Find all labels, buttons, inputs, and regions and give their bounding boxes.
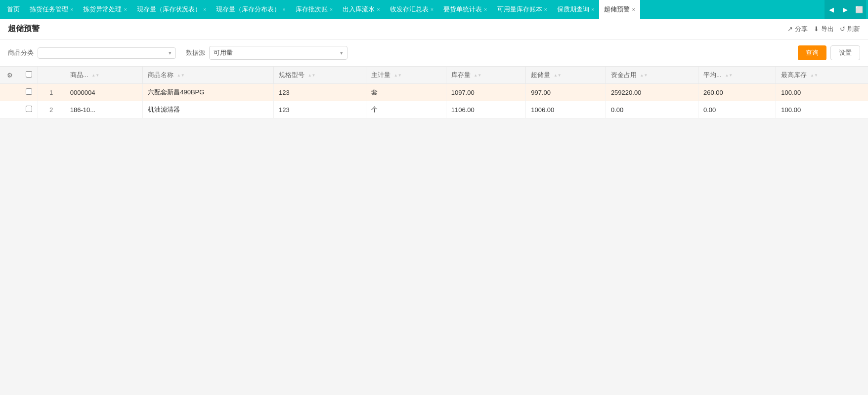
table-row: 1 0000004 六配套新昌490BPG 123 套 1097.00 997.… (0, 84, 868, 101)
nav-flow[interactable]: 出入库流水 × (338, 0, 385, 19)
row-expand (0, 101, 20, 118)
th-row-num (38, 67, 65, 84)
category-filter-group: 商品分类 ▾ (8, 47, 176, 59)
row-spec: 123 (274, 101, 366, 118)
data-table: ⚙ 商品... ▲▼ 商品名称 ▲▼ 规格型号 ▲▼ (0, 67, 868, 118)
row-spec: 123 (274, 84, 366, 101)
datasource-value: 可用量 (214, 48, 233, 57)
sort-icon: ▲▼ (394, 74, 402, 78)
row-checkbox[interactable] (26, 106, 32, 112)
nav-available[interactable]: 可用量库存账本 × (492, 0, 552, 19)
row-stock: 1106.00 (446, 101, 526, 118)
row-checkbox[interactable] (26, 88, 32, 95)
row-checkbox-cell (20, 84, 38, 101)
close-icon[interactable]: × (544, 6, 547, 12)
sort-icon: ▲▼ (554, 74, 562, 78)
row-stock: 1097.00 (446, 84, 526, 101)
filter-area: 商品分类 ▾ 数据源 可用量 ▾ 查询 设置 (0, 40, 868, 67)
row-capital: 259220.00 (606, 84, 698, 101)
chevron-down-icon: ▾ (169, 50, 172, 56)
export-button[interactable]: ⬇ 导出 (814, 25, 834, 34)
th-settings[interactable]: ⚙ (0, 67, 20, 84)
th-capital[interactable]: 资金占用 ▲▼ (606, 67, 698, 84)
table-container: ⚙ 商品... ▲▼ 商品名称 ▲▼ 规格型号 ▲▼ (0, 67, 868, 118)
nav-exception[interactable]: 拣货异常处理 × (78, 0, 131, 19)
row-maxstock: 100.00 (776, 84, 868, 101)
nav-home[interactable]: 首页 (2, 0, 25, 19)
sort-icon: ▲▼ (640, 74, 648, 78)
nav-inventory-status[interactable]: 现存量（库存状况表） × (132, 0, 211, 19)
nav-requisition[interactable]: 要货单统计表 × (438, 0, 492, 19)
close-icon[interactable]: × (632, 6, 635, 12)
datasource-label: 数据源 (186, 48, 205, 57)
nav-batch[interactable]: 库存批次账 × (291, 0, 338, 19)
row-overflow: 1006.00 (526, 101, 606, 118)
datasource-select[interactable]: 可用量 ▾ (209, 46, 347, 60)
row-unit: 个 (366, 101, 446, 118)
category-select[interactable]: ▾ (38, 47, 176, 59)
row-overflow: 997.00 (526, 84, 606, 101)
close-icon[interactable]: × (282, 6, 285, 12)
row-expand (0, 84, 20, 101)
settings-button[interactable]: 设置 (830, 45, 860, 60)
nav-summary[interactable]: 收发存汇总表 × (385, 0, 438, 19)
row-number: 2 (38, 101, 65, 118)
th-overflow[interactable]: 超储量 ▲▼ (526, 67, 606, 84)
nav-inventory-dist[interactable]: 现存量（库存分布表） × (211, 0, 290, 19)
top-navigation: 首页 拣货任务管理 × 拣货异常处理 × 现存量（库存状况表） × 现存量（库存… (0, 0, 868, 19)
nav-expiry[interactable]: 保质期查询 × (552, 0, 599, 19)
nav-arrow-left[interactable]: ◀ (825, 0, 838, 19)
row-name: 机油滤清器 (143, 101, 274, 118)
close-icon[interactable]: × (70, 6, 73, 12)
nav-arrow-expand[interactable]: ⬜ (852, 0, 866, 19)
page-header: 超储预警 ↗ 分享 ⬇ 导出 ↺ 刷新 (0, 19, 868, 40)
sort-icon: ▲▼ (725, 74, 733, 78)
th-checkbox (20, 67, 38, 84)
th-code[interactable]: 商品... ▲▼ (65, 67, 142, 84)
th-unit[interactable]: 主计量 ▲▼ (366, 67, 446, 84)
chevron-down-icon: ▾ (340, 50, 343, 56)
close-icon[interactable]: × (330, 6, 333, 12)
empty-content-area (0, 118, 868, 395)
filter-actions: 查询 设置 (798, 45, 860, 60)
sort-icon: ▲▼ (474, 74, 481, 78)
share-button[interactable]: ↗ 分享 (787, 25, 808, 34)
row-code: 0000004 (65, 84, 142, 101)
table-row: 2 186-10... 机油滤清器 123 个 1106.00 1006.00 … (0, 101, 868, 118)
row-unit: 套 (366, 84, 446, 101)
nav-task-mgmt[interactable]: 拣货任务管理 × (25, 0, 78, 19)
category-label: 商品分类 (8, 48, 34, 57)
row-name: 六配套新昌490BPG (143, 84, 274, 101)
close-icon[interactable]: × (484, 6, 487, 12)
row-checkbox-cell (20, 101, 38, 118)
close-icon[interactable]: × (591, 6, 594, 12)
th-name[interactable]: 商品名称 ▲▼ (143, 67, 274, 84)
th-avg[interactable]: 平均... ▲▼ (698, 67, 776, 84)
nav-arrow-right[interactable]: ▶ (838, 0, 852, 19)
close-icon[interactable]: × (203, 6, 206, 12)
refresh-icon: ↺ (840, 25, 845, 33)
table-header-row: ⚙ 商品... ▲▼ 商品名称 ▲▼ 规格型号 ▲▼ (0, 67, 868, 84)
select-all-checkbox[interactable] (26, 71, 32, 78)
close-icon[interactable]: × (377, 6, 380, 12)
refresh-button[interactable]: ↺ 刷新 (840, 25, 860, 34)
th-maxstock[interactable]: 最高库存 ▲▼ (776, 67, 868, 84)
nav-overstock[interactable]: 超储预警 × (599, 0, 640, 19)
gear-icon: ⚙ (7, 72, 13, 79)
close-icon[interactable]: × (124, 6, 127, 12)
row-number: 1 (38, 84, 65, 101)
sort-icon: ▲▼ (177, 74, 185, 78)
row-maxstock: 100.00 (776, 101, 868, 118)
sort-icon: ▲▼ (308, 74, 316, 78)
header-actions: ↗ 分享 ⬇ 导出 ↺ 刷新 (787, 25, 860, 34)
query-button[interactable]: 查询 (798, 45, 826, 60)
nav-arrows: ◀ ▶ ⬜ (825, 0, 866, 19)
page-title: 超储预警 (8, 24, 40, 34)
close-icon[interactable]: × (431, 6, 434, 12)
export-icon: ⬇ (814, 25, 819, 33)
th-spec[interactable]: 规格型号 ▲▼ (274, 67, 366, 84)
th-stock[interactable]: 库存量 ▲▼ (446, 67, 526, 84)
table-body: 1 0000004 六配套新昌490BPG 123 套 1097.00 997.… (0, 84, 868, 118)
datasource-filter-group: 数据源 可用量 ▾ (186, 46, 347, 60)
sort-icon: ▲▼ (91, 74, 99, 78)
